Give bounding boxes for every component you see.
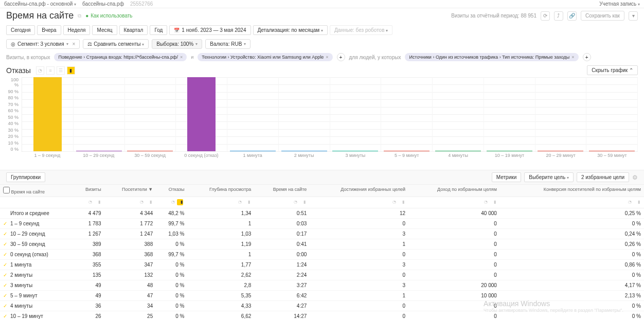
bar-icon[interactable]: ▮ [398, 200, 404, 206]
table-row[interactable]: 1 минута3553470 %1,771:24300,86 % [0, 260, 644, 270]
row-check-icon[interactable] [3, 313, 7, 319]
bar-slot[interactable] [381, 77, 433, 151]
period-year[interactable]: Год [150, 25, 167, 35]
data-robots-select[interactable]: Данные: без роботов ▾ [330, 25, 392, 35]
select-goal-button[interactable]: Выберите цель ▾ [524, 172, 574, 182]
pie-icon[interactable]: ◔ [137, 200, 144, 206]
pie-icon[interactable]: ◔ [390, 200, 396, 206]
filter-chip-tech[interactable]: Технологии › Устройство: Xiaomi или Sams… [198, 53, 332, 61]
groupings-button[interactable]: Группировки [6, 172, 45, 182]
col-depth[interactable]: Глубина просмотра [187, 185, 254, 197]
dimension-header[interactable]: Время на сайте [0, 185, 73, 197]
row-check-icon[interactable] [3, 241, 7, 247]
period-today[interactable]: Сегодня [6, 25, 35, 35]
filter2-close-icon[interactable]: × [326, 55, 328, 60]
table-row[interactable]: 1 – 9 секунд1 7831 77299,7 %10:03000 % [0, 219, 644, 229]
pie-icon[interactable]: ◔ [481, 200, 488, 206]
save-as-button[interactable]: Сохранить как [581, 11, 624, 21]
row-check-icon[interactable] [3, 231, 7, 237]
pie-icon[interactable]: ◔ [86, 200, 92, 206]
table-row[interactable]: 10 – 29 секунд1 2671 2471,03 %1,030:1730… [0, 229, 644, 239]
col-visitors[interactable]: Посетители ▼ [104, 185, 156, 197]
pie-icon[interactable]: ◔ [291, 200, 297, 206]
site-name-main[interactable]: бассейны-спа.рф - основной ▾ [4, 1, 76, 7]
col-revenue[interactable]: Доход по избранным целям [408, 185, 500, 197]
view-list-icon[interactable]: ☰ [57, 66, 65, 75]
refresh-icon[interactable]: ⟳ [541, 11, 550, 21]
pie-icon[interactable]: ◔ [236, 200, 242, 206]
chart-area [22, 77, 638, 152]
currency-chip[interactable]: Валюта: RUB ▾ [205, 39, 251, 49]
bar-slot[interactable] [330, 77, 382, 151]
copy-icon[interactable]: ⧉ [78, 13, 81, 19]
data-table: Время на сайте Визиты Посетители ▼ Отказ… [0, 185, 644, 319]
how-to-use-link[interactable]: Как использовать [85, 13, 132, 19]
bar-icon[interactable]: ▮ [146, 200, 152, 206]
bar-icon-active[interactable]: ▮ [177, 199, 183, 205]
row-check-icon[interactable] [3, 282, 7, 288]
row-check-icon[interactable] [3, 293, 7, 298]
pie-icon[interactable]: ◔ [169, 200, 175, 206]
segment-close-icon[interactable]: × [73, 41, 76, 47]
table-row[interactable]: 2 минуты1351320 %2,622:24000 % [0, 270, 644, 280]
bar-slot[interactable] [484, 77, 535, 151]
row-check-icon[interactable] [3, 252, 7, 257]
bar-slot[interactable] [433, 77, 484, 151]
row-check-icon[interactable] [3, 221, 7, 226]
row-check-icon[interactable] [3, 272, 7, 278]
date-range-picker[interactable]: 1 нояб. 2023 — 3 мая 2024 [169, 25, 251, 35]
filter-chip-behavior[interactable]: Поведение › Страница входа: https://*бас… [54, 53, 187, 61]
filter-chip-source[interactable]: Источники › Один из источников трафика ›… [405, 53, 578, 61]
sample-chip[interactable]: Выборка: 100% ▾ [152, 39, 202, 49]
bar-icon[interactable]: ▮ [299, 200, 306, 206]
segment-chip[interactable]: ◎ Сегмент: 3 условия ▾× [6, 39, 80, 49]
hide-chart-button[interactable]: Скрыть график ⌃ [587, 65, 638, 75]
col-visits[interactable]: Визиты [73, 185, 104, 197]
filter1-close-icon[interactable]: × [180, 55, 183, 60]
period-quarter[interactable]: Квартал [119, 25, 148, 35]
account-dropdown[interactable]: Учетная запись ▾ [599, 1, 640, 7]
add-filter-button-2[interactable]: + [583, 53, 591, 61]
period-month[interactable]: Месяц [92, 25, 117, 35]
view-bar-icon[interactable]: ▮ [67, 66, 75, 75]
pie-icon[interactable]: ◔ [625, 200, 632, 206]
view-line-icon[interactable]: ≡ [46, 66, 55, 75]
table-row[interactable]: 3 минуты49480 %2,83:27320 0004,17 % [0, 280, 644, 291]
link-icon[interactable]: 🔗 [567, 11, 577, 21]
bar-slot[interactable] [535, 77, 587, 151]
bar-slot[interactable] [586, 77, 638, 151]
compare-segments-chip[interactable]: ⚖ Сравнить сегменты ▾ [83, 39, 149, 49]
selected-goals-badge[interactable]: 2 избранные цели [577, 172, 629, 182]
bar-icon[interactable]: ▮ [490, 200, 496, 206]
view-pie-icon[interactable]: ◔ [36, 66, 44, 75]
bar-slot[interactable] [227, 77, 279, 151]
gear-icon[interactable]: ⚙ [632, 174, 638, 181]
table-controls: Группировки Метрики Выберите цель ▾ 2 из… [0, 170, 644, 185]
period-week[interactable]: Неделя [63, 25, 91, 35]
export-icon[interactable]: ⤴ [554, 11, 563, 21]
metrics-button[interactable]: Метрики [492, 172, 521, 182]
top-header: бассейны-спа.рф - основной ▾ бассейны-сп… [0, 0, 644, 8]
bar-slot[interactable] [176, 77, 227, 151]
col-conversion[interactable]: Конверсия посетителей по избранным целям [500, 185, 644, 197]
bar-slot[interactable] [279, 77, 330, 151]
save-dropdown[interactable]: ▾ [629, 11, 638, 21]
table-row[interactable]: 0 секунд (отказ)36836899,7 %10:00000 % [0, 250, 644, 260]
row-check-icon[interactable] [3, 262, 7, 268]
bar-slot[interactable] [74, 77, 125, 151]
table-row[interactable]: 30 – 59 секунд3893880 %1,190:41100,26 % [0, 239, 644, 250]
select-all-checkbox[interactable] [3, 187, 10, 193]
row-check-icon[interactable] [3, 303, 7, 309]
detail-select[interactable]: Детализация: по месяцам ▾ [253, 25, 328, 35]
col-goals[interactable]: Достижения избранных целей [310, 185, 408, 197]
col-time[interactable]: Время на сайте [254, 185, 310, 197]
add-filter-button-1[interactable]: + [337, 53, 345, 61]
bar-icon[interactable]: ▮ [244, 200, 250, 206]
filter3-close-icon[interactable]: × [571, 55, 574, 60]
bar-slot[interactable] [125, 77, 176, 151]
bar-slot[interactable] [22, 77, 74, 151]
bar-icon[interactable]: ▮ [634, 200, 640, 206]
col-bounce[interactable]: Отказы [156, 185, 187, 197]
bar-icon[interactable]: ▮ [94, 200, 100, 206]
period-yesterday[interactable]: Вчера [37, 25, 61, 35]
